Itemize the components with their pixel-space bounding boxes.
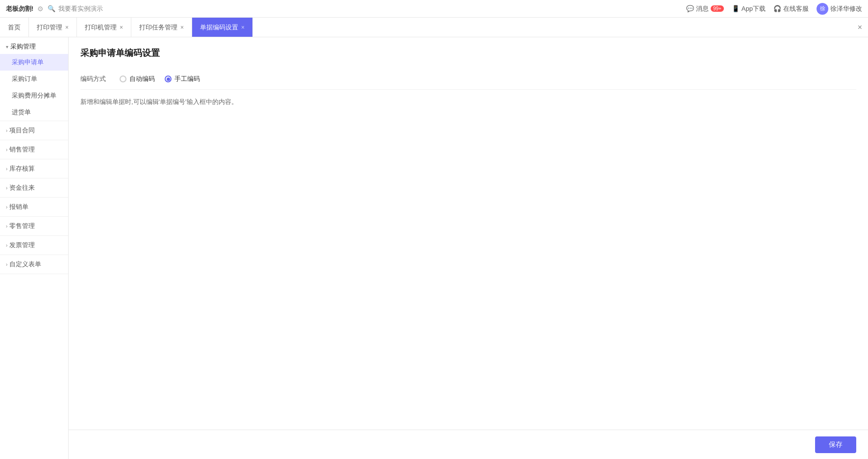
chevron-right-icon: › — [6, 243, 7, 248]
sidebar-group-invoice-label[interactable]: › 发票管理 — [0, 236, 68, 255]
radio-auto[interactable]: 自动编码 — [120, 75, 155, 83]
user-profile[interactable]: 徐 徐泽华修改 — [817, 3, 862, 15]
encoding-label: 编码方式 — [80, 75, 110, 83]
brand-name: 老板勿割! — [6, 4, 33, 13]
page-title: 采购申请单编码设置 — [80, 47, 856, 59]
service-icon: 🎧 — [773, 5, 781, 12]
sidebar-group-purchase: ▾ 采购管理 采购申请单 采购订单 采购费用分摊单 进货单 — [0, 37, 68, 121]
search-icon: 🔍 — [48, 5, 55, 12]
sidebar: ▾ 采购管理 采购申请单 采购订单 采购费用分摊单 进货单 › 项目合同 — [0, 37, 69, 459]
content-area: 采购申请单编码设置 编码方式 自动编码 手工编码 新增和编辑单据时,可以编辑'单… — [69, 37, 868, 459]
sidebar-group-custom-forms-label[interactable]: › 自定义表单 — [0, 255, 68, 274]
chevron-right-icon: › — [6, 166, 7, 172]
search-bar[interactable]: 🔍 我要看实例演示 — [48, 4, 103, 13]
chevron-down-icon: ▾ — [6, 44, 8, 50]
tab-barcode-setting-close[interactable]: × — [241, 24, 245, 31]
radio-auto-circle — [120, 76, 126, 82]
top-bar: 老板勿割! ⚙ 🔍 我要看实例演示 💬 消息 99+ 📱 App下载 🎧 在线客… — [0, 0, 868, 18]
tab-print-task[interactable]: 打印任务管理 × — [131, 18, 192, 37]
tab-print-mgmt-close[interactable]: × — [65, 24, 69, 31]
sidebar-item-stock-in[interactable]: 进货单 — [0, 104, 68, 121]
sidebar-group-inventory-label[interactable]: › 库存核算 — [0, 159, 68, 178]
sidebar-group-sales-label[interactable]: › 销售管理 — [0, 140, 68, 159]
sidebar-group-returns-label[interactable]: › 报销单 — [0, 198, 68, 216]
messages-button[interactable]: 💬 消息 99+ — [686, 4, 724, 13]
sidebar-group-retail-label[interactable]: › 零售管理 — [0, 217, 68, 235]
tab-home[interactable]: 首页 — [0, 18, 29, 37]
sidebar-group-project: › 项目合同 — [0, 121, 68, 140]
avatar: 徐 — [817, 3, 828, 15]
sidebar-group-sales: › 销售管理 — [0, 140, 68, 159]
user-name: 徐泽华修改 — [830, 4, 862, 13]
top-bar-right: 💬 消息 99+ 📱 App下载 🎧 在线客服 徐 徐泽华修改 — [686, 3, 862, 15]
sidebar-group-invoice: › 发票管理 — [0, 236, 68, 255]
online-service-button[interactable]: 🎧 在线客服 — [773, 4, 809, 13]
chevron-right-icon: › — [6, 204, 7, 210]
app-download-label: App下载 — [742, 4, 766, 13]
tab-barcode-setting[interactable]: 单据编码设置 × — [192, 18, 253, 37]
chevron-right-icon: › — [6, 147, 7, 153]
sidebar-group-returns: › 报销单 — [0, 198, 68, 217]
encoding-row: 编码方式 自动编码 手工编码 — [80, 69, 856, 90]
chevron-right-icon: › — [6, 185, 7, 191]
sidebar-group-inventory: › 库存核算 — [0, 159, 68, 178]
messages-badge: 99+ — [711, 5, 724, 12]
online-service-label: 在线客服 — [783, 4, 809, 13]
content-inner: 采购申请单编码设置 编码方式 自动编码 手工编码 新增和编辑单据时,可以编辑'单… — [69, 37, 868, 430]
sidebar-item-purchase-expense[interactable]: 采购费用分摊单 — [0, 87, 68, 104]
setting-card: 编码方式 自动编码 手工编码 新增和编辑单据时,可以编辑'单据编号'输入框中的内… — [80, 69, 856, 106]
sidebar-group-project-label[interactable]: › 项目合同 — [0, 121, 68, 140]
radio-manual[interactable]: 手工编码 — [165, 75, 200, 83]
chevron-right-icon: › — [6, 262, 7, 267]
tab-barcode-setting-label: 单据编码设置 — [200, 23, 238, 32]
tab-print-mgmt-label: 打印管理 — [37, 23, 62, 32]
top-bar-left: 老板勿割! ⚙ 🔍 我要看实例演示 — [6, 4, 103, 13]
save-button[interactable]: 保存 — [815, 436, 856, 453]
radio-manual-circle — [165, 76, 172, 82]
tab-bar-close-all[interactable]: × — [852, 18, 868, 37]
tab-home-label: 首页 — [8, 23, 21, 32]
sidebar-group-retail: › 零售管理 — [0, 217, 68, 236]
tab-print-task-label: 打印任务管理 — [139, 23, 177, 32]
app-download-button[interactable]: 📱 App下载 — [732, 4, 766, 13]
sidebar-group-custom-forms: › 自定义表单 — [0, 255, 68, 274]
chevron-right-icon: › — [6, 128, 7, 133]
download-icon: 📱 — [732, 5, 740, 12]
hint-text: 新增和编辑单据时,可以编辑'单据编号'输入框中的内容。 — [80, 98, 856, 106]
sidebar-group-funds-label[interactable]: › 资金往来 — [0, 178, 68, 197]
tab-print-mgmt[interactable]: 打印管理 × — [29, 18, 77, 37]
sidebar-item-purchase-order[interactable]: 采购订单 — [0, 71, 68, 87]
search-text: 我要看实例演示 — [58, 4, 103, 13]
bottom-bar: 保存 — [69, 430, 868, 459]
tab-printer-mgmt-label: 打印机管理 — [85, 23, 117, 32]
messages-label: 消息 — [696, 4, 709, 13]
sidebar-group-funds: › 资金往来 — [0, 178, 68, 198]
sidebar-group-purchase-text: 采购管理 — [10, 42, 36, 51]
sidebar-item-purchase-req[interactable]: 采购申请单 — [0, 54, 68, 71]
main-layout: ▾ 采购管理 采购申请单 采购订单 采购费用分摊单 进货单 › 项目合同 — [0, 37, 868, 459]
message-icon: 💬 — [686, 5, 694, 12]
tab-printer-mgmt[interactable]: 打印机管理 × — [77, 18, 131, 37]
tab-bar: 首页 打印管理 × 打印机管理 × 打印任务管理 × 单据编码设置 × × — [0, 18, 868, 37]
tab-print-task-close[interactable]: × — [180, 24, 184, 31]
chevron-right-icon: › — [6, 224, 7, 229]
settings-icon[interactable]: ⚙ — [37, 5, 44, 13]
tab-printer-mgmt-close[interactable]: × — [120, 24, 123, 31]
radio-manual-label: 手工编码 — [174, 75, 200, 83]
radio-auto-label: 自动编码 — [129, 75, 155, 83]
sidebar-group-purchase-label[interactable]: ▾ 采购管理 — [0, 37, 68, 54]
